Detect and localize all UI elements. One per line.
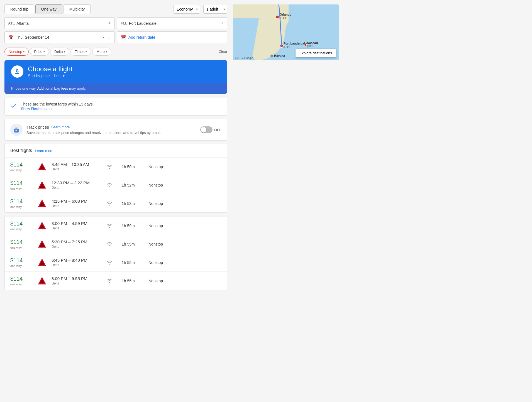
bag-fees-link[interactable]: Additional bag fees [37,86,68,90]
date-nav[interactable]: ‹ › [101,35,111,40]
departure-date-text: Thu, September 14 [16,35,99,40]
origin-field[interactable]: ATL Atlanta + [4,17,115,29]
flight-row[interactable]: $114 one way 5:30 PM – 7:25 PM Delta [5,235,227,253]
time-range: 8:00 PM – 9:55 PM [52,276,102,281]
flight-price: $114 one way [10,198,33,209]
flight-row[interactable]: $114 one way 12:30 PM – 2:22 PM Delta [5,176,227,194]
multi-city-button[interactable]: Multi-city [64,4,91,14]
dest-plus: + [221,20,224,26]
flight-duration: 1h 53m [122,201,144,206]
sort-button[interactable]: Sort by price + best ▾ [28,73,72,78]
price-label: one way [10,264,33,268]
map-container[interactable]: Orlando $114 Fort Lauderdale $114 Nassau… [233,4,339,60]
svg-point-27 [304,44,306,46]
times-filter[interactable]: Times ▾ [70,48,91,56]
more-filter[interactable]: More ▾ [92,48,111,56]
flight-row[interactable]: $114 one way 3:00 PM – 4:59 PM Delta [5,216,227,235]
best-flights-learn-more[interactable]: Learn more [35,149,53,153]
price-label: one way [10,283,33,286]
filter-row: Nonstop ▾ Price ▾ Delta ▾ Times ▾ More ▾… [4,46,227,57]
price-amount: $114 [10,220,33,227]
flight-row[interactable]: $114 one way 8:45 AM – 10:35 AM Delta [5,157,227,176]
dest-name: Fort Lauderdale [129,21,219,26]
flight-duration: 1h 50m [122,165,144,169]
return-date-field[interactable]: 📅 Add return date [117,31,227,43]
price-amount: $114 [10,198,33,205]
svg-text:Havana: Havana [274,54,285,57]
prices-note: Prices one way. Additional bag fees may … [4,83,227,94]
track-prices-toggle[interactable] [200,126,213,133]
delta-logo [37,239,47,249]
best-flights-section: Best flights Learn more $114 one way 8:4… [4,144,227,213]
flight-stops: Nonstop [148,260,163,265]
flight-times: 12:30 PM – 2:22 PM Delta [52,180,102,190]
flight-price: $114 one way [10,220,33,231]
airline-caret: ▾ [64,50,65,53]
track-title: Track prices Learn more [26,125,196,129]
flight-row[interactable]: $114 one way 8:00 PM – 9:55 PM Delta [5,271,227,290]
flexible-main-text: These are the lowest fares within ±3 day… [21,102,92,106]
wifi-icon [104,224,115,228]
svg-marker-20 [233,4,289,13]
clear-filters-button[interactable]: Clear [219,50,227,54]
track-prices-icon [10,124,23,136]
show-flexible-dates-link[interactable]: Show Flexible dates [21,107,53,111]
svg-point-21 [276,16,279,18]
price-amount: $114 [10,161,33,168]
flight-row[interactable]: $114 one way 4:15 PM – 6:08 PM Delta [5,194,227,212]
date-next-button[interactable]: › [106,35,111,40]
flight-stops: Nonstop [148,279,163,283]
flight-price: $114 one way [10,276,33,286]
delta-logo [37,258,47,268]
track-learn-more-link[interactable]: Learn more [51,125,70,129]
toggle-state-label: OFF [214,128,221,132]
destination-field[interactable]: FLL Fort Lauderdale + [117,17,227,29]
time-range: 6:45 PM – 8:40 PM [52,258,102,263]
flight-stops: Nonstop [148,242,163,246]
round-trip-button[interactable]: Round trip [4,4,34,14]
airline-name: Delta [52,204,102,208]
departure-date-field[interactable]: 📅 Thu, September 14 ‹ › [4,31,115,43]
return-date-text: Add return date [128,35,155,40]
flight-times: 8:00 PM – 9:55 PM Delta [52,276,102,285]
flight-duration: 1h 59m [122,224,144,228]
explore-destinations-button[interactable]: Explore destinations [296,49,336,57]
wifi-icon [104,260,115,265]
time-range: 3:00 PM – 4:59 PM [52,221,102,226]
svg-text:Nassau: Nassau [307,41,318,45]
wifi-icon [104,279,115,283]
price-amount: $114 [10,257,33,264]
price-label: one way [10,227,33,231]
price-label: one way [10,246,33,249]
flight-duration: 1h 55m [122,279,144,283]
dest-code: FLL [121,21,127,25]
price-filter[interactable]: Price ▾ [30,48,49,56]
svg-point-30 [270,55,273,57]
flight-price: $114 one way [10,239,33,249]
price-label: one way [10,205,33,209]
flight-stops: Nonstop [148,183,163,187]
origin-name: Atlanta [16,21,106,26]
flight-duration: 1h 55m [122,242,144,246]
best-flights-title: Best flights [10,148,32,153]
airline-filter[interactable]: Delta ▾ [50,48,69,56]
nonstop-filter[interactable]: Nonstop ▾ [4,48,29,56]
flight-row[interactable]: $114 one way 6:45 PM – 8:40 PM Delta [5,253,227,271]
origin-code: ATL [8,21,15,25]
flight-times: 5:30 PM – 7:25 PM Delta [52,239,102,249]
class-select[interactable]: Economy Business First [174,5,200,14]
svg-text:Fort Lauderdale: Fort Lauderdale [284,42,307,45]
origin-plus: + [108,20,111,26]
passenger-select[interactable]: 1 adult 2 adults 3 adults [203,5,227,14]
flight-duration: 1h 52m [122,183,144,187]
flight-price: $114 one way [10,257,33,268]
airline-name: Delta [52,281,102,285]
toggle-knob [201,127,206,133]
track-content: Track prices Learn more Save this trip t… [26,125,196,135]
nonstop-caret: ▾ [23,50,25,53]
date-prev-button[interactable]: ‹ [101,35,106,40]
price-amount: $114 [10,276,33,282]
flight-times: 4:15 PM – 6:08 PM Delta [52,199,102,208]
one-way-button[interactable]: One way [35,4,62,14]
flight-times: 8:45 AM – 10:35 AM Delta [52,162,102,171]
